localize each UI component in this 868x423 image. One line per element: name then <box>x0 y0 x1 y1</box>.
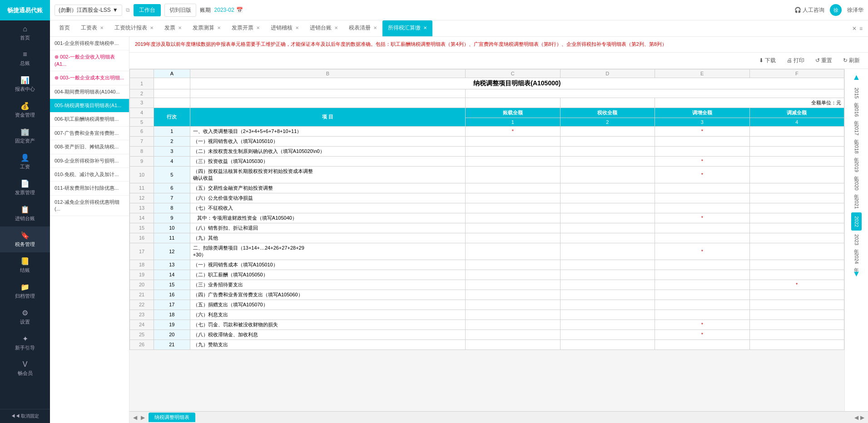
cell-d[interactable] <box>560 136 655 146</box>
scroll-left-icon[interactable]: ◀ <box>854 414 858 421</box>
cell-hang[interactable]: 7 <box>154 193 190 203</box>
cell-c[interactable] <box>466 136 560 146</box>
cell-f[interactable]: * <box>749 280 844 290</box>
tab-ps-ledger[interactable]: 进销台账 ✕ <box>304 20 343 36</box>
close-icon[interactable]: ✕ <box>150 25 154 30</box>
cell[interactable] <box>190 89 465 98</box>
cell-c[interactable]: * <box>466 126 560 136</box>
cell-hang[interactable]: 2 <box>154 136 190 146</box>
cell-d[interactable] <box>560 183 655 193</box>
cell-e[interactable] <box>655 270 749 280</box>
sidebar-item-membership[interactable]: V 畅会员 <box>0 356 50 381</box>
cell-d[interactable] <box>560 193 655 203</box>
cell-e[interactable] <box>655 193 749 203</box>
refresh-button[interactable]: ↻ 刷新 <box>840 55 863 66</box>
list-item-007[interactable]: 007-广告费和业务宣传费附... <box>50 127 129 140</box>
cell-f[interactable] <box>749 193 844 203</box>
unpin-button[interactable]: ◀◀ 取消固定 <box>0 409 50 423</box>
workspace-button[interactable]: 工作台 <box>134 4 161 16</box>
cell-project[interactable]: （九）其他 <box>190 233 465 243</box>
cell-project[interactable]: 二、扣除类调整项目（13+14+…24+26+27+28+29+30） <box>190 243 465 260</box>
cell-hang[interactable]: 8 <box>154 203 190 213</box>
cell-d[interactable] <box>560 233 655 243</box>
cell-hang[interactable]: 4 <box>154 156 190 166</box>
cell-hang[interactable]: 3 <box>154 146 190 156</box>
cell-f[interactable] <box>749 310 844 320</box>
sidebar-item-assets[interactable]: 🏢 固定资产 <box>0 123 50 149</box>
cell-project[interactable]: （八）税收滞纳金、加收利息 <box>190 330 465 339</box>
cell-e[interactable] <box>655 290 749 300</box>
cell[interactable] <box>154 98 190 108</box>
cell-c[interactable] <box>466 243 560 260</box>
cell-f[interactable] <box>749 156 844 166</box>
cell-d[interactable] <box>560 243 655 260</box>
cell-c[interactable] <box>466 260 560 270</box>
nav-right-icon[interactable]: ▶ <box>141 414 145 421</box>
cell-f[interactable] <box>749 339 844 349</box>
cell-f[interactable] <box>749 270 844 280</box>
cell-f[interactable] <box>749 126 844 136</box>
cell-e[interactable] <box>655 339 749 349</box>
nav-left-icon[interactable]: ◀ <box>133 414 137 421</box>
cell-c[interactable] <box>466 183 560 193</box>
cell-d[interactable] <box>560 310 655 320</box>
close-icon[interactable]: ✕ <box>423 25 427 30</box>
cell-project[interactable]: （九）赞助支出 <box>190 339 465 349</box>
cell[interactable] <box>154 89 190 98</box>
year-item-2021[interactable]: 2021年 <box>851 194 862 212</box>
cell-c[interactable] <box>466 320 560 330</box>
cell-c[interactable] <box>466 300 560 310</box>
cell-e[interactable]: * <box>655 126 749 136</box>
cell-project[interactable]: （五）交易性金融资产初始投资调整 <box>190 183 465 193</box>
sidebar-item-closing[interactable]: 📒 结账 <box>0 252 50 278</box>
cell-c[interactable] <box>466 166 560 183</box>
sidebar-item-settings[interactable]: ⚙ 设置 <box>0 304 50 330</box>
cell-d[interactable] <box>560 280 655 290</box>
sidebar-item-general-ledger[interactable]: ≡ 总账 <box>0 46 50 71</box>
cell-project[interactable]: （六）利息支出 <box>190 310 465 320</box>
menu-icon[interactable]: ≡ <box>859 25 863 32</box>
cell-c[interactable] <box>466 270 560 280</box>
cell-hang[interactable]: 17 <box>154 300 190 310</box>
cell-c[interactable] <box>466 213 560 223</box>
cell-project[interactable]: （四）按权益法核算长期股权投资对初始投资成本调整确认收益 <box>190 166 465 183</box>
sidebar-item-reports[interactable]: 📊 报表中心 <box>0 71 50 97</box>
cell-f[interactable] <box>749 290 844 300</box>
cell-e[interactable] <box>655 146 749 156</box>
list-item-006[interactable]: 006-职工薪酬纳税调整明细... <box>50 113 129 126</box>
cell-hang[interactable]: 12 <box>154 243 190 260</box>
cell-e[interactable]: * <box>655 243 749 260</box>
sidebar-item-tax[interactable]: 🔖 税务管理 <box>0 226 50 252</box>
cell-project[interactable]: （五）捐赠支出（填写A105070） <box>190 300 465 310</box>
calendar-icon[interactable]: 📅 <box>236 7 243 13</box>
cell-c[interactable] <box>466 193 560 203</box>
year-item-2016[interactable]: 2016年 <box>851 102 862 120</box>
tab-payroll-report[interactable]: 工资统计报表 ✕ <box>109 20 159 36</box>
cell-f[interactable] <box>749 146 844 156</box>
list-item-001[interactable]: 001-企业所得税年度纳税申... <box>50 37 129 50</box>
cell-hang[interactable]: 1 <box>154 126 190 136</box>
year-up-button[interactable]: ▲ <box>851 71 863 84</box>
cell-f[interactable] <box>749 213 844 223</box>
close-icon[interactable]: ✕ <box>178 25 182 30</box>
cell-c[interactable] <box>466 330 560 339</box>
tab-home[interactable]: 首页 <box>54 20 75 36</box>
cell-c[interactable] <box>466 156 560 166</box>
cell-project[interactable]: 一、收入类调整项目（2+3+4+5+6+7+8+10+11） <box>190 126 465 136</box>
list-item-008[interactable]: 008-资产折旧、摊销及纳税... <box>50 140 129 154</box>
cell-project[interactable]: （七）罚金、罚款和被没收财物的损失 <box>190 320 465 330</box>
cell-c[interactable] <box>466 310 560 320</box>
cell-e[interactable]: * <box>655 213 749 223</box>
cell-project[interactable]: （三）业务招待要支出 <box>190 280 465 290</box>
cell-project[interactable]: （一）视同销售收入（填写A105010） <box>190 136 465 146</box>
list-item-003[interactable]: ⊗ 003-一般企业成本支出明细... <box>50 71 129 85</box>
year-item-2020[interactable]: 2020年 <box>851 176 862 194</box>
cell-f[interactable] <box>749 166 844 183</box>
close-icon[interactable]: ✕ <box>217 25 221 30</box>
cell-project[interactable]: （三）投资收益（填写A105030） <box>190 156 465 166</box>
cell-f[interactable] <box>749 300 844 310</box>
year-item-2023[interactable]: 2023年 <box>851 231 862 249</box>
sidebar-item-finance[interactable]: 💰 资金管理 <box>0 97 50 123</box>
scroll-right-icon[interactable]: ▶ <box>860 414 864 421</box>
cell-hang[interactable]: 14 <box>154 270 190 280</box>
